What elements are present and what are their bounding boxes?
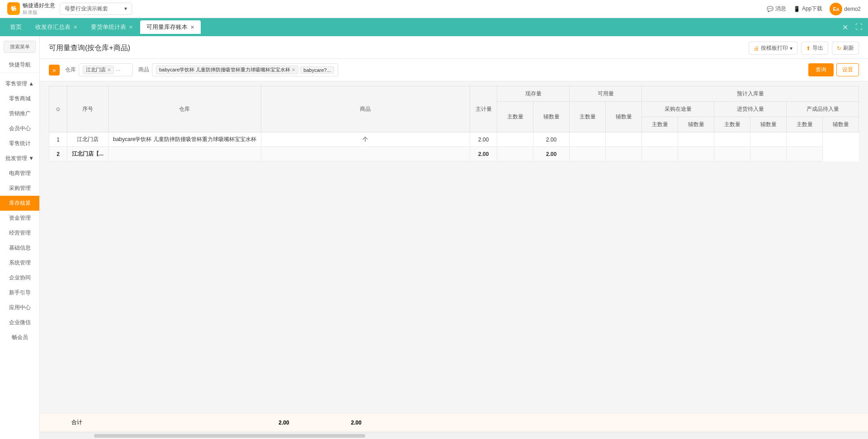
message-button[interactable]: 💬 消息 xyxy=(767,5,786,13)
th-production-main: 主数量 xyxy=(787,117,823,132)
wholesale-label: 批发管理 xyxy=(5,155,27,161)
page-header: 可用量查询(按仓库+商品) 🖨 按模板打印 ▾ ⬆ 导出 ↻ 刷新 xyxy=(40,36,868,59)
row1-production-main xyxy=(750,132,787,147)
row2-unit xyxy=(261,147,470,161)
sidebar-item-inventory[interactable]: 库存核算 xyxy=(0,196,39,211)
warehouse-input[interactable]: 江北门店 ✕ ··· xyxy=(79,63,133,76)
sidebar-item-operations[interactable]: 经营管理 xyxy=(0,226,39,241)
sidebar-item-quick-nav[interactable]: 快捷导航 xyxy=(0,57,39,72)
industry-label: 母婴行业演示账套 xyxy=(65,5,108,13)
app-download-icon: 📱 xyxy=(793,6,800,12)
th-plan-in-group: 预计入库量 xyxy=(642,86,859,102)
tab-summary-close[interactable]: ✕ xyxy=(73,24,77,30)
basic-info-label: 基础信息 xyxy=(9,245,31,251)
filter-toggle-button[interactable]: » xyxy=(49,65,60,76)
filter-bar: » 仓库 江北门店 ✕ ··· 商品 babycare学饮杯 儿童防摔防撞吸管杯… xyxy=(40,59,868,81)
row2-current-main: 2.00 xyxy=(470,147,497,161)
sidebar-item-marketing[interactable]: 营销推广 xyxy=(0,106,39,121)
sidebar-item-system[interactable]: 系统管理 xyxy=(0,255,39,270)
table-row: 2 江北门店【... 2.00 2.00 xyxy=(49,147,859,161)
th-incoming-sub: 辅数量 xyxy=(750,117,787,132)
th-product: 商品 xyxy=(261,86,470,132)
row1-no: 1 xyxy=(49,132,67,147)
th-purchase-sub: 辅数量 xyxy=(678,117,714,132)
th-available-sub: 辅数量 xyxy=(606,102,642,132)
main-layout: 搜索菜单 快捷导航 零售管理 ▲ 零售商城 营销推广 会员中心 零售统计 批发管 xyxy=(0,36,868,439)
refresh-button[interactable]: ↻ 刷新 xyxy=(832,42,859,55)
system-label: 系统管理 xyxy=(9,260,31,266)
filter-actions: 查询 设置 xyxy=(808,63,859,76)
row2-product xyxy=(108,147,261,161)
tab-home[interactable]: 首页 xyxy=(4,20,28,34)
sidebar-item-member2[interactable]: 畅会员 xyxy=(0,330,39,345)
print-icon: 🖨 xyxy=(754,45,759,52)
content-area: 可用量查询(按仓库+商品) 🖨 按模板打印 ▾ ⬆ 导出 ↻ 刷新 xyxy=(40,36,868,439)
operations-label: 经营管理 xyxy=(9,230,31,236)
top-bar-left: 畅 畅捷通好生意 标准版 母婴行业演示账套 ▾ xyxy=(7,2,132,16)
avatar-text: Ea xyxy=(833,6,839,12)
table-row: 1 江北门店 babycare学饮杯 儿童防摔防撞吸管杯重力球吸嘴杯宝宝水杯 个… xyxy=(49,132,859,147)
footer-total: 合计 2.00 2.00 xyxy=(40,413,868,432)
top-bar-right: 💬 消息 📱 App下载 Ea demo2 xyxy=(767,3,861,15)
tab-available-stock[interactable]: 可用量库存账本 ✕ xyxy=(140,20,201,34)
sidebar-item-appstore[interactable]: 应用中心 xyxy=(0,300,39,315)
row2-current-sub xyxy=(497,147,533,161)
app-download-button[interactable]: 📱 App下载 xyxy=(793,5,822,13)
industry-selector[interactable]: 母婴行业演示账套 ▾ xyxy=(60,3,132,15)
nav-expand-icon[interactable]: ⛶ xyxy=(854,21,864,33)
data-table: ⚙ 序号 仓库 商品 主计量 现存量 可用量 预计入库量 主数量 辅数量 主数量 xyxy=(49,86,859,161)
sidebar-item-retail-mgmt[interactable]: 零售管理 ▲ xyxy=(0,76,39,91)
row2-incoming-main xyxy=(678,147,714,161)
product-filter-label: 商品 xyxy=(138,66,149,74)
sidebar-item-purchase[interactable]: 采购管理 xyxy=(0,181,39,196)
summary-tab-label: 收发存汇总表 xyxy=(35,23,71,31)
tab-summary[interactable]: 收发存汇总表 ✕ xyxy=(29,20,84,34)
sidebar-item-retail-mall[interactable]: 零售商城 xyxy=(0,91,39,106)
sidebar-item-finance[interactable]: 资金管理 xyxy=(0,211,39,226)
setting-button[interactable]: 设置 xyxy=(836,63,859,76)
footer-scroll[interactable] xyxy=(40,432,868,439)
sidebar-item-guide[interactable]: 新手引导 xyxy=(0,285,39,300)
sidebar-item-wechat[interactable]: 企业微信 xyxy=(0,315,39,330)
product-tag1-remove[interactable]: ✕ xyxy=(292,67,295,72)
sidebar-item-enterprise[interactable]: 企业协同 xyxy=(0,270,39,285)
retail-stats-label: 零售统计 xyxy=(9,140,31,146)
warehouse-tag-remove[interactable]: ✕ xyxy=(107,67,111,72)
sidebar: 搜索菜单 快捷导航 零售管理 ▲ 零售商城 营销推广 会员中心 零售统计 批发管 xyxy=(0,36,40,439)
guide-label: 新手引导 xyxy=(9,289,31,296)
order-stat-tab-label: 要货单统计表 xyxy=(91,23,126,31)
summary-label: 合计 xyxy=(49,419,266,426)
row1-available-main: 2.00 xyxy=(533,132,570,147)
th-available-group: 可用量 xyxy=(570,86,642,102)
row2-purchase-sub xyxy=(642,147,678,161)
sidebar-item-member[interactable]: 会员中心 xyxy=(0,121,39,136)
sidebar-item-basic-info[interactable]: 基础信息 xyxy=(0,241,39,255)
purchase-label: 采购管理 xyxy=(9,185,31,191)
print-label: 按模板打印 xyxy=(761,44,788,52)
sidebar-item-wholesale[interactable]: 批发管理 ▼ xyxy=(0,151,39,166)
tab-available-stock-close[interactable]: ✕ xyxy=(190,24,194,30)
member-label: 会员中心 xyxy=(9,125,31,132)
table-settings-icon[interactable]: ⚙ xyxy=(56,106,61,113)
query-button[interactable]: 查询 xyxy=(808,63,834,76)
warehouse-tag: 江北门店 ✕ xyxy=(83,66,114,74)
row2-no: 2 xyxy=(49,147,67,161)
message-label: 消息 xyxy=(775,5,786,13)
page-header-actions: 🖨 按模板打印 ▾ ⬆ 导出 ↻ 刷新 xyxy=(749,42,859,55)
message-icon: 💬 xyxy=(767,6,774,12)
export-button[interactable]: ⬆ 导出 xyxy=(801,42,828,55)
nav-close-icon[interactable]: ✕ xyxy=(840,21,850,33)
print-button[interactable]: 🖨 按模板打印 ▾ xyxy=(749,42,797,55)
tab-order-stat[interactable]: 要货单统计表 ✕ xyxy=(85,20,139,34)
tab-order-stat-close[interactable]: ✕ xyxy=(129,24,133,30)
product-input[interactable]: babycare学饮杯 儿童防摔防撞吸管杯重力球吸嘴杯宝宝水杯 ✕ babyca… xyxy=(152,63,338,76)
user-menu[interactable]: Ea demo2 xyxy=(830,3,861,15)
row1-purchase-sub xyxy=(642,132,678,147)
available-stock-tab-label: 可用量库存账本 xyxy=(146,23,188,31)
sidebar-search-button[interactable]: 搜索菜单 xyxy=(4,41,36,53)
sidebar-item-ecommerce[interactable]: 电商管理 xyxy=(0,166,39,181)
row1-production-sub xyxy=(787,132,823,147)
enterprise-label: 企业协同 xyxy=(9,274,31,281)
nav-right-actions: ✕ ⛶ xyxy=(840,21,864,33)
sidebar-item-retail-stats[interactable]: 零售统计 xyxy=(0,136,39,151)
